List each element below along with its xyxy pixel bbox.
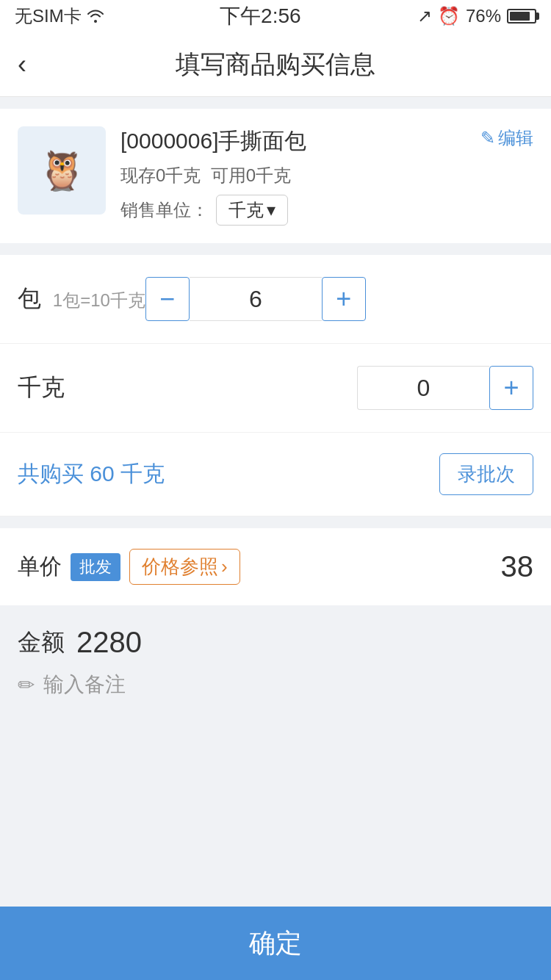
product-unit-row: 销售单位： 千克 ▾	[120, 195, 533, 226]
total-amount: 60	[90, 461, 120, 486]
confirm-button[interactable]: 确定	[0, 907, 551, 980]
note-placeholder: 输入备注	[43, 671, 126, 699]
batch-button[interactable]: 录批次	[439, 453, 533, 495]
total-row: 共购买 60 千克 录批次	[0, 433, 551, 516]
edit-icon: ✎	[480, 128, 495, 148]
empty-area	[0, 713, 551, 934]
total-text: 共购买 60 千克	[18, 459, 165, 489]
status-bar: 无SIM卡 下午2:56 ↗ ⏰ 76%	[0, 0, 551, 32]
bao-increase-button[interactable]: +	[322, 277, 366, 321]
bao-label: 包	[18, 285, 41, 311]
price-left: 单价 批发 价格参照 ›	[18, 549, 240, 585]
product-image: 🦉	[18, 126, 106, 215]
page-title: 填写商品购买信息	[176, 48, 375, 82]
price-row: 单价 批发 价格参照 › 38	[18, 549, 533, 585]
kg-row: 千克 +	[0, 344, 551, 433]
price-ref-icon: ›	[221, 555, 228, 578]
section-divider	[0, 516, 551, 528]
nav-bar: ‹ 填写商品购买信息	[0, 32, 551, 97]
edit-label: 编辑	[498, 126, 533, 150]
amount-label: 金额	[18, 627, 65, 659]
carrier-text: 无SIM卡	[15, 4, 82, 28]
kg-controls: +	[357, 366, 533, 410]
wifi-icon	[87, 10, 104, 23]
status-left: 无SIM卡	[15, 4, 104, 28]
bao-controls: − +	[145, 277, 366, 321]
kg-input[interactable]	[357, 366, 489, 410]
price-tag: 批发	[71, 553, 120, 581]
location-icon: ↗	[417, 6, 432, 26]
bao-input[interactable]	[190, 277, 322, 321]
price-section: 单价 批发 价格参照 › 38	[0, 528, 551, 605]
bao-row: 包 1包=10千克 − +	[0, 255, 551, 344]
time-display: 下午2:56	[220, 2, 301, 30]
product-owl-icon: 🦉	[38, 148, 86, 193]
amount-value: 2280	[76, 626, 142, 659]
amount-section: 金额 2280 ✏ 输入备注	[0, 605, 551, 713]
edit-button[interactable]: ✎ 编辑	[480, 126, 533, 150]
price-value: 38	[501, 550, 534, 583]
kg-label: 千克	[18, 372, 357, 404]
unit-label: 销售单位：	[120, 198, 209, 222]
quantity-section: 包 1包=10千克 − + 千克 + 共购买 60 千克 录批	[0, 255, 551, 516]
bao-label-group: 包 1包=10千克	[18, 283, 145, 315]
amount-row: 金额 2280	[18, 626, 533, 659]
bao-sublabel: 1包=10千克	[53, 290, 145, 310]
unit-value: 千克	[228, 198, 264, 222]
alarm-icon: ⏰	[438, 6, 460, 26]
product-stock: 现存0千克 可用0千克	[120, 164, 533, 187]
product-card: 🦉 [0000006]手撕面包 现存0千克 可用0千克 销售单位： 千克 ▾ ✎…	[0, 109, 551, 243]
price-ref-button[interactable]: 价格参照 ›	[129, 549, 240, 585]
price-label: 单价	[18, 552, 62, 582]
price-ref-label: 价格参照	[142, 554, 218, 580]
unit-dropdown-icon: ▾	[267, 200, 276, 220]
bao-decrease-button[interactable]: −	[145, 277, 190, 321]
battery-percent: 76%	[466, 6, 501, 26]
status-right: ↗ ⏰ 76%	[417, 6, 536, 26]
note-row[interactable]: ✏ 输入备注	[18, 671, 533, 699]
note-icon: ✏	[18, 673, 35, 697]
kg-increase-button[interactable]: +	[489, 366, 533, 410]
battery-icon	[507, 9, 536, 24]
unit-select[interactable]: 千克 ▾	[216, 195, 288, 226]
back-button[interactable]: ‹	[18, 49, 26, 80]
product-name: [0000006]手撕面包	[120, 126, 533, 156]
product-info: [0000006]手撕面包 现存0千克 可用0千克 销售单位： 千克 ▾	[120, 126, 533, 226]
